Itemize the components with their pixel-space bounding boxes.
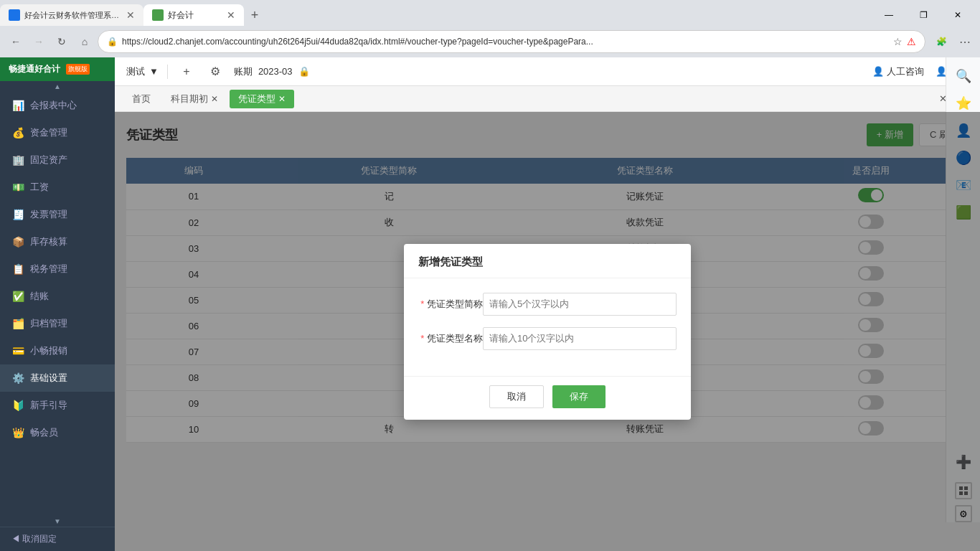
bookmark-icon[interactable]: ☆	[893, 36, 903, 47]
form-row-name: * 凭证类型名称	[418, 327, 677, 350]
add-workspace-btn[interactable]: +	[176, 62, 197, 82]
sidebar: 畅捷通好合计 旗舰版 ▲ 📊 会报表中心 💰 资金管理 🏢 固定资产 💵 工资	[0, 57, 115, 551]
fixed-assets-icon: 🏢	[11, 154, 24, 166]
sidebar-item-label: 畅会员	[30, 426, 58, 439]
short-input[interactable]	[483, 293, 677, 316]
rp-search-icon[interactable]: 🔍	[951, 63, 976, 89]
sidebar-item-settings[interactable]: ⚙️ 基础设置	[0, 364, 115, 392]
sidebar-item-label: 小畅报销	[30, 344, 67, 357]
topbar-divider	[167, 65, 168, 79]
logo-badge: 旗舰版	[66, 64, 90, 75]
period-value: 2023-03	[258, 66, 293, 77]
tab-voucher-type[interactable]: 凭证类型 ✕	[230, 90, 294, 108]
tab-home[interactable]: 首页	[123, 90, 159, 108]
add-voucher-modal: 新增凭证类型 * 凭证类型简称 * 凭证类型名称	[404, 244, 691, 420]
browser-tab-2[interactable]: 好会计 ✕	[143, 4, 244, 26]
tab-favicon-2	[152, 9, 164, 21]
nav-forward[interactable]: →	[29, 32, 49, 52]
sidebar-item-label: 税务管理	[30, 263, 67, 276]
tab-label-2: 好会计	[168, 9, 194, 22]
sidebar-item-tax[interactable]: 📋 税务管理	[0, 255, 115, 283]
sidebar-item-settlement[interactable]: ✅ 结账	[0, 283, 115, 310]
salary-icon: 💵	[11, 181, 24, 194]
tab-favicon-1	[9, 9, 20, 21]
sidebar-item-invoice[interactable]: 🧾 发票管理	[0, 201, 115, 228]
sidebar-item-guide[interactable]: 🔰 新手引导	[0, 392, 115, 419]
archive-icon: 🗂️	[11, 317, 24, 330]
workspace-selector[interactable]: 测试 ▼	[126, 65, 159, 78]
sidebar-logo: 畅捷通好合计 旗舰版	[0, 57, 115, 81]
dashboard-icon: 📊	[11, 99, 24, 112]
scroll-down-arrow[interactable]: ▼	[0, 516, 115, 527]
tab-close-2[interactable]: ✕	[227, 9, 235, 21]
short-label: * 凭证类型简称	[418, 298, 483, 311]
guide-icon: 🔰	[11, 399, 24, 412]
logo-text: 畅捷通好合计	[9, 63, 60, 75]
sidebar-item-fixed-assets[interactable]: 🏢 固定资产	[0, 146, 115, 174]
sidebar-footer[interactable]: ◀ 取消固定	[0, 527, 115, 551]
modal-body: * 凭证类型简称 * 凭证类型名称	[404, 278, 691, 376]
consult-label: 人工咨询	[887, 65, 924, 78]
member-icon: 👑	[11, 426, 24, 439]
consult-btn[interactable]: 👤 人工咨询	[872, 65, 924, 78]
settings-btn[interactable]: ⚙	[205, 62, 225, 82]
tab-close-1[interactable]: ✕	[126, 9, 135, 21]
invoice-icon: 🧾	[11, 208, 24, 221]
sidebar-item-label: 结账	[30, 290, 49, 303]
sidebar-item-dashboard[interactable]: 📊 会报表中心	[0, 92, 115, 119]
save-button[interactable]: 保存	[552, 385, 606, 408]
scroll-up-arrow[interactable]: ▲	[0, 81, 115, 92]
modal-footer: 取消 保存	[404, 376, 691, 420]
sidebar-item-label: 工资	[30, 181, 49, 194]
alert-icon: ⚠	[907, 36, 916, 47]
settlement-icon: ✅	[11, 290, 24, 303]
workspace-dropdown-icon[interactable]: ▼	[149, 66, 159, 77]
sidebar-item-archive[interactable]: 🗂️ 归档管理	[0, 310, 115, 337]
nav-back[interactable]: ←	[6, 32, 26, 52]
sidebar-item-label: 资金管理	[30, 126, 67, 139]
tax-icon: 📋	[11, 263, 24, 276]
inventory-icon: 📦	[11, 235, 24, 248]
url-bar[interactable]: https://cloud2.chanjet.com/accounting/uh…	[122, 37, 889, 47]
settings-icon: ⚙️	[11, 372, 24, 385]
modal-title: 新增凭证类型	[404, 244, 691, 278]
sidebar-item-label: 基础设置	[30, 372, 67, 385]
security-icon: 🔒	[107, 37, 118, 47]
extensions-icon[interactable]: 🧩	[931, 32, 951, 52]
required-mark: *	[420, 298, 424, 309]
nav-home[interactable]: ⌂	[75, 32, 95, 52]
period-label: 账期	[234, 65, 253, 78]
sidebar-item-label: 发票管理	[30, 208, 67, 221]
sidebar-item-inventory[interactable]: 📦 库存核算	[0, 228, 115, 255]
sidebar-item-member[interactable]: 👑 畅会员	[0, 419, 115, 446]
name-input[interactable]	[483, 327, 677, 350]
sidebar-item-funds[interactable]: 💰 资金管理	[0, 119, 115, 146]
tab-subject[interactable]: 科目期初 ✕	[162, 90, 227, 108]
sidebar-item-label: 会报表中心	[30, 99, 77, 112]
modal-overlay: 新增凭证类型 * 凭证类型简称 * 凭证类型名称	[115, 112, 980, 551]
nav-reload[interactable]: ↻	[52, 32, 72, 52]
funds-icon: 💰	[11, 126, 24, 139]
new-tab-button[interactable]: +	[244, 4, 265, 26]
window-close[interactable]: ✕	[941, 4, 974, 26]
cancel-button[interactable]: 取消	[489, 385, 544, 408]
sidebar-item-salary[interactable]: 💵 工资	[0, 174, 115, 201]
consult-icon: 👤	[872, 66, 884, 77]
name-label: * 凭证类型名称	[418, 332, 483, 345]
form-row-short: * 凭证类型简称	[418, 293, 677, 316]
window-maximize[interactable]: ❐	[907, 4, 940, 26]
sidebar-item-label: 固定资产	[30, 154, 67, 166]
browser-menu[interactable]: ⋯	[954, 32, 974, 52]
sidebar-item-label: 库存核算	[30, 235, 67, 248]
tab-subject-close[interactable]: ✕	[211, 94, 218, 104]
period-display: 账期 2023-03 🔒	[234, 65, 310, 78]
sidebar-item-label: 新手引导	[30, 399, 67, 412]
period-lock-icon[interactable]: 🔒	[298, 66, 310, 77]
tab-voucher-type-close[interactable]: ✕	[278, 94, 286, 104]
window-minimize[interactable]: —	[872, 4, 905, 26]
topbar: 测试 ▼ + ⚙ 账期 2023-03 🔒 👤 人工咨询 👤 用友	[115, 57, 980, 86]
expense-icon: 💳	[11, 344, 24, 357]
sidebar-item-expense[interactable]: 💳 小畅报销	[0, 337, 115, 364]
sidebar-nav: 📊 会报表中心 💰 资金管理 🏢 固定资产 💵 工资 🧾 发票管理 📦	[0, 92, 115, 516]
browser-tab-1[interactable]: 好会计云财务软件管理系统_会计 ✕	[0, 4, 143, 26]
